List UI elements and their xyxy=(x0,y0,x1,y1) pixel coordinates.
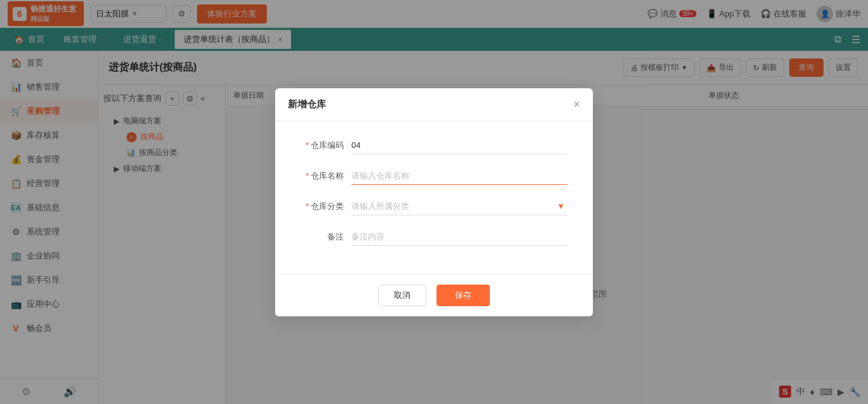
code-label: 仓库编码 xyxy=(301,140,351,151)
category-label: 仓库分类 xyxy=(301,201,351,212)
cancel-button[interactable]: 取消 xyxy=(378,285,426,306)
form-row-code: 仓库编码 xyxy=(301,137,567,154)
modal-overlay: 新增仓库 × 仓库编码 仓库名称 仓库分类 请输入所属分类 xyxy=(0,0,868,404)
modal-footer: 取消 保存 xyxy=(275,274,593,316)
form-row-category: 仓库分类 请输入所属分类 ▼ xyxy=(301,198,567,215)
close-modal-button[interactable]: × xyxy=(573,98,580,110)
remark-label: 备注 xyxy=(301,231,351,243)
form-row-remark: 备注 xyxy=(301,228,567,246)
name-input[interactable] xyxy=(351,167,567,185)
add-warehouse-modal: 新增仓库 × 仓库编码 仓库名称 仓库分类 请输入所属分类 xyxy=(275,88,593,316)
form-row-name: 仓库名称 xyxy=(301,167,567,185)
modal-body: 仓库编码 仓库名称 仓库分类 请输入所属分类 ▼ 备注 xyxy=(275,121,593,274)
category-select[interactable]: 请输入所属分类 xyxy=(351,198,567,215)
modal-title: 新增仓库 xyxy=(288,98,326,111)
code-input[interactable] xyxy=(351,137,567,154)
modal-header: 新增仓库 × xyxy=(275,88,593,121)
category-select-wrapper: 请输入所属分类 ▼ xyxy=(351,198,567,215)
select-arrow-icon: ▼ xyxy=(557,201,565,211)
name-label: 仓库名称 xyxy=(301,170,351,182)
remark-input[interactable] xyxy=(351,228,567,246)
save-button[interactable]: 保存 xyxy=(437,285,490,306)
